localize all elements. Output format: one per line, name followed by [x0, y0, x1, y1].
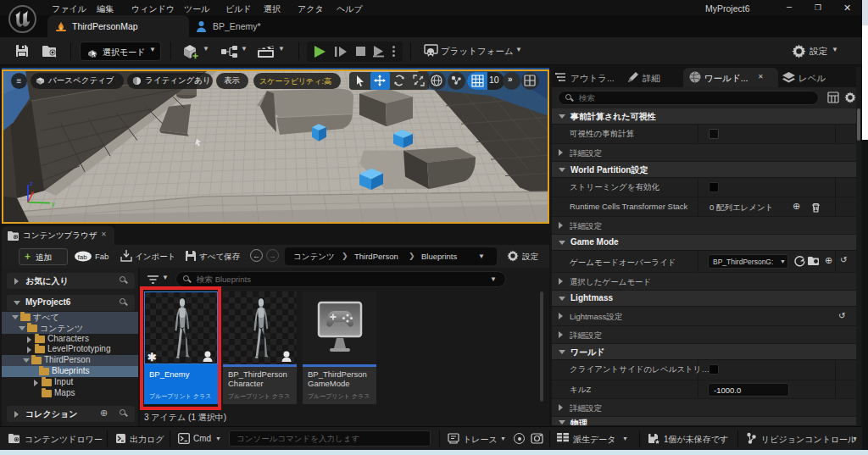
- svg-text:fab: fab: [78, 253, 88, 261]
- svg-text:y: y: [52, 200, 55, 208]
- svg-text:x: x: [31, 189, 34, 197]
- svg-text:z: z: [30, 180, 33, 187]
